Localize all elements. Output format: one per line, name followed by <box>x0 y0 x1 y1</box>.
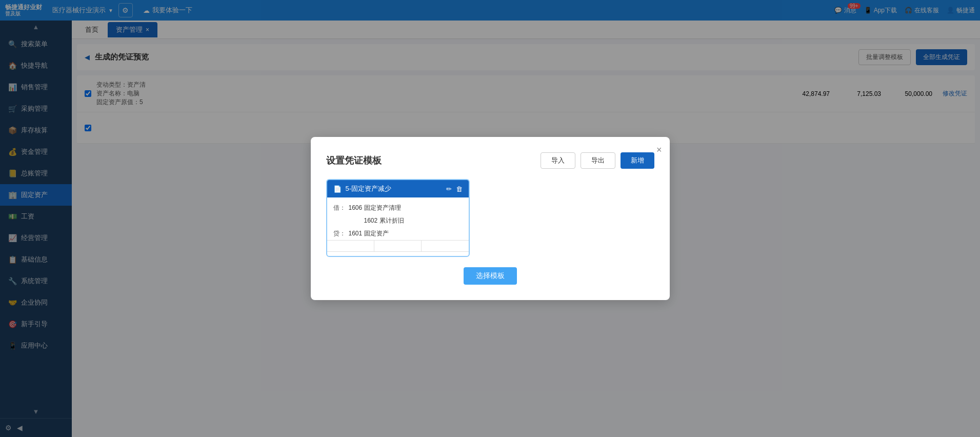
template-name: 5-固定资产减少 <box>346 184 442 193</box>
template-card-actions: ✏ 🗑 <box>446 185 463 193</box>
template-card-body: 借： 1606 固定资产清理 1602 累计折旧 贷： 1601 固定资产 <box>327 197 469 256</box>
modal-title: 设置凭证模板 <box>326 154 541 167</box>
modal-header: 设置凭证模板 导入 导出 新增 <box>326 152 654 169</box>
entry2-side <box>333 216 349 225</box>
template-entry-1: 借： 1606 固定资产清理 <box>327 202 469 214</box>
export-btn[interactable]: 导出 <box>581 152 615 169</box>
choose-template-btn[interactable]: 选择模板 <box>464 267 517 285</box>
template-doc-icon: 📄 <box>333 185 342 193</box>
modal: × 设置凭证模板 导入 导出 新增 📄 5-固定资产减少 ✏ 🗑 <box>311 137 670 300</box>
grid-cell-2 <box>374 241 422 252</box>
template-list: 📄 5-固定资产减少 ✏ 🗑 借： 1606 固定资产清理 1602 累计折旧 <box>326 179 654 257</box>
template-card-header: 📄 5-固定资产减少 ✏ 🗑 <box>327 180 469 197</box>
entry3-side: 贷： <box>333 229 349 238</box>
template-entry-2: 1602 累计折旧 <box>327 214 469 227</box>
entry1-account: 1606 固定资产清理 <box>349 204 401 212</box>
import-btn[interactable]: 导入 <box>541 152 575 169</box>
template-edit-icon[interactable]: ✏ <box>446 185 452 193</box>
grid-cell-1 <box>327 241 374 252</box>
entry1-side: 借： <box>333 204 349 212</box>
entry2-account: 1602 累计折旧 <box>349 216 404 225</box>
template-grid <box>327 240 469 252</box>
modal-actions: 导入 导出 新增 <box>541 152 654 169</box>
modal-close-btn[interactable]: × <box>656 145 662 155</box>
grid-cell-3 <box>422 241 469 252</box>
template-delete-icon[interactable]: 🗑 <box>456 185 463 193</box>
entry3-account: 1601 固定资产 <box>349 229 389 238</box>
template-card: 📄 5-固定资产减少 ✏ 🗑 借： 1606 固定资产清理 1602 累计折旧 <box>326 179 470 257</box>
new-template-btn[interactable]: 新增 <box>621 152 654 169</box>
modal-overlay: × 设置凭证模板 导入 导出 新增 📄 5-固定资产减少 ✏ 🗑 <box>0 0 980 437</box>
template-entry-3: 贷： 1601 固定资产 <box>327 227 469 240</box>
